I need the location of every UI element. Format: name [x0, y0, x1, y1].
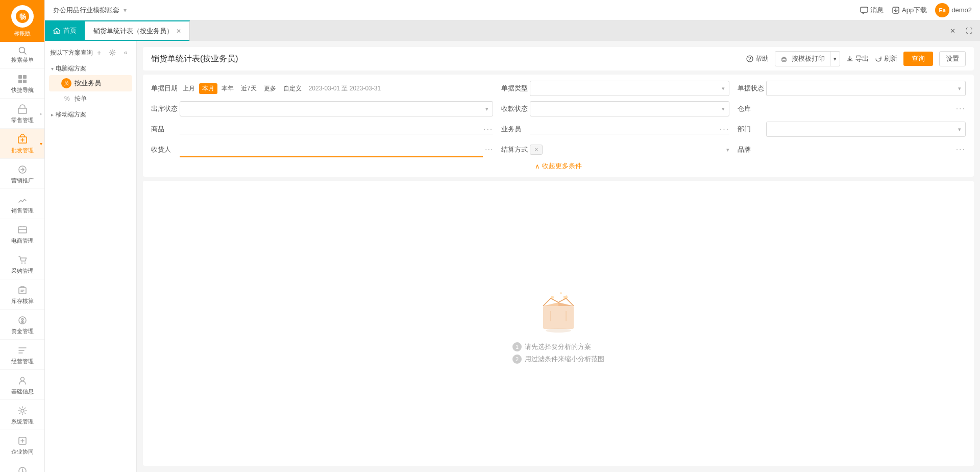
sidebar-item-quick-nav[interactable]: 快捷导航	[0, 68, 44, 99]
filter-date-tab-this-year[interactable]: 本年	[218, 83, 237, 94]
sidebar-item-finance-label: 资金管理	[11, 327, 34, 335]
export-icon	[846, 55, 853, 62]
print-dropdown-icon: ▾	[834, 56, 837, 62]
filter-date-tab-more[interactable]: 更多	[261, 83, 279, 94]
filter-department-select[interactable]: ▾	[766, 122, 966, 137]
filter-out-status-select[interactable]: ▾	[180, 101, 493, 116]
sidebar-item-inventory[interactable]: 库存核算	[0, 279, 44, 310]
scheme-item-by-salesperson[interactable]: 员 按业务员	[49, 75, 132, 91]
scheme-group-mobile-header[interactable]: ▸ 移动端方案	[49, 108, 132, 121]
add-scheme-button[interactable]: +	[93, 47, 105, 58]
tab-home[interactable]: 首页	[45, 20, 85, 41]
tab-home-label: 首页	[63, 26, 77, 35]
message-button[interactable]: 消息	[860, 6, 884, 15]
scheme-group-desktop: ▾ 电脑端方案 员 按业务员 % 按单	[45, 62, 136, 106]
sidebar-nav: 快捷导航 零售管理 ▸ 批发管理 ▾	[0, 68, 44, 472]
app-download-button[interactable]: App下载	[892, 6, 927, 15]
filter-payment-method-clear[interactable]: ×	[534, 146, 538, 153]
goods-dots-text: ···	[483, 125, 493, 134]
filter-salesperson-input[interactable]: ···	[530, 125, 729, 134]
page-header: 销货单统计表(按业务员) 帮助	[143, 47, 974, 70]
maximize-icon: ⛶	[966, 27, 972, 35]
sidebar-search-button[interactable]: 搜索菜单	[0, 42, 44, 68]
refresh-icon	[875, 55, 882, 62]
tab-sales-stat[interactable]: 销货单统计表（按业务员） ✕	[85, 20, 190, 41]
svg-point-31	[551, 296, 554, 299]
maximize-button[interactable]: ⛶	[962, 23, 976, 38]
tab-sales-stat-label: 销货单统计表（按业务员）	[93, 27, 173, 36]
retail-icon	[17, 104, 28, 115]
filter-payment-method-arrow[interactable]: ▾	[726, 147, 729, 153]
svg-point-32	[560, 292, 562, 294]
filter-brand-input[interactable]: ···	[766, 145, 966, 154]
filter-doc-status-label: 单据状态	[738, 84, 766, 93]
consignee-dots[interactable]: ···	[485, 145, 493, 154]
close-tab-button[interactable]: ✕	[945, 23, 960, 38]
topbar-arrow[interactable]: ▾	[124, 7, 127, 14]
filter-payment-method-label: 结算方式	[501, 145, 530, 154]
filter-doc-type-arrow: ▾	[722, 85, 725, 92]
sidebar-item-system[interactable]: 系统管理	[0, 400, 44, 430]
filter-row-1: 单据日期 上月 本月 本年 近7天 更多 自定义 2023-03-01 至 20…	[151, 81, 966, 96]
sidebar-item-retail[interactable]: 零售管理 ▸	[0, 99, 44, 129]
topbar-title: 办公用品行业模拟账套	[53, 6, 119, 15]
filter-payment-method-area: × ▾	[530, 145, 729, 155]
sidebar-item-newbie[interactable]: 新手引导	[0, 460, 44, 472]
filter-consignee-input[interactable]	[180, 142, 483, 157]
svg-point-16	[20, 377, 24, 381]
sidebar-item-marketing[interactable]: 营销推广	[0, 159, 44, 189]
collapse-filters-button[interactable]: ∧ 收起更多条件	[151, 161, 966, 171]
help-icon	[746, 55, 753, 62]
filter-date-tab-custom[interactable]: 自定义	[280, 83, 305, 94]
filter-brand-label: 品牌	[738, 145, 766, 154]
sidebar-item-finance[interactable]: 资金管理	[0, 310, 44, 340]
empty-tip-2-num: 2	[512, 355, 522, 364]
sidebar-item-enterprise[interactable]: 企业协同	[0, 430, 44, 460]
sidebar-item-purchase[interactable]: 采购管理	[0, 249, 44, 279]
scheme-sub-item-icon: %	[63, 94, 71, 104]
tab-sales-stat-close[interactable]: ✕	[176, 28, 181, 35]
wholesale-icon	[17, 134, 28, 145]
filter-out-status-label: 出库状态	[151, 104, 180, 113]
scheme-group-mobile-label: 移动端方案	[56, 110, 86, 119]
inventory-icon	[17, 285, 28, 296]
sidebar-item-ecom[interactable]: 电商管理	[0, 219, 44, 249]
sidebar-logo[interactable]: 畅 标账版	[0, 0, 44, 42]
sidebar-item-wholesale[interactable]: 批发管理 ▾	[0, 129, 44, 159]
empty-tip-1-text: 请先选择要分析的方案	[525, 342, 591, 351]
print-dropdown-button[interactable]: ▾	[830, 53, 840, 65]
help-label: 帮助	[755, 54, 769, 63]
filter-date-tab-this-month[interactable]: 本月	[199, 83, 217, 94]
print-button[interactable]: 按模板打印	[775, 52, 830, 66]
settings-button[interactable]: 设置	[939, 51, 966, 66]
scheme-group-desktop-header[interactable]: ▾ 电脑端方案	[49, 62, 132, 75]
sidebar-item-basic[interactable]: 基础信息	[0, 370, 44, 400]
filter-doc-type-select[interactable]: ▾	[530, 81, 729, 96]
collapse-panel-button[interactable]: «	[120, 47, 131, 58]
filter-payment-status-select[interactable]: ▾	[530, 101, 729, 116]
user-name: demo2	[951, 6, 972, 14]
filter-date-label: 单据日期	[151, 84, 180, 93]
left-panel-header: 按以下方案查询 + «	[45, 45, 136, 62]
filter-doc-status-select[interactable]: ▾	[766, 81, 966, 96]
tabbar: 首页 销货单统计表（按业务员） ✕ ✕ ⛶	[45, 20, 980, 41]
svg-text:畅: 畅	[19, 13, 26, 20]
settings-scheme-button[interactable]	[107, 47, 118, 58]
sales-icon	[17, 194, 28, 205]
svg-text:%: %	[64, 95, 70, 102]
filter-date-tab-last-7[interactable]: 近7天	[238, 83, 260, 94]
scheme-sub-item-by-order[interactable]: % 按单	[49, 91, 132, 106]
export-button[interactable]: 导出	[846, 54, 869, 63]
refresh-button[interactable]: 刷新	[875, 54, 897, 63]
help-button[interactable]: 帮助	[746, 54, 769, 63]
filter-date-tab-last-month[interactable]: 上月	[180, 83, 198, 94]
user-profile[interactable]: Ea demo2	[935, 3, 972, 17]
filter-goods-input[interactable]: ···	[180, 125, 493, 134]
sidebar-item-sales[interactable]: 销售管理	[0, 189, 44, 219]
sidebar-item-operation[interactable]: 经营管理	[0, 340, 44, 370]
empty-tip-2: 2 用过滤条件来缩小分析范围	[512, 355, 604, 364]
empty-icon	[533, 283, 584, 334]
warehouse-dots-text: ···	[956, 104, 966, 113]
filter-warehouse-dots[interactable]: ···	[766, 104, 966, 113]
query-button[interactable]: 查询	[903, 52, 933, 66]
